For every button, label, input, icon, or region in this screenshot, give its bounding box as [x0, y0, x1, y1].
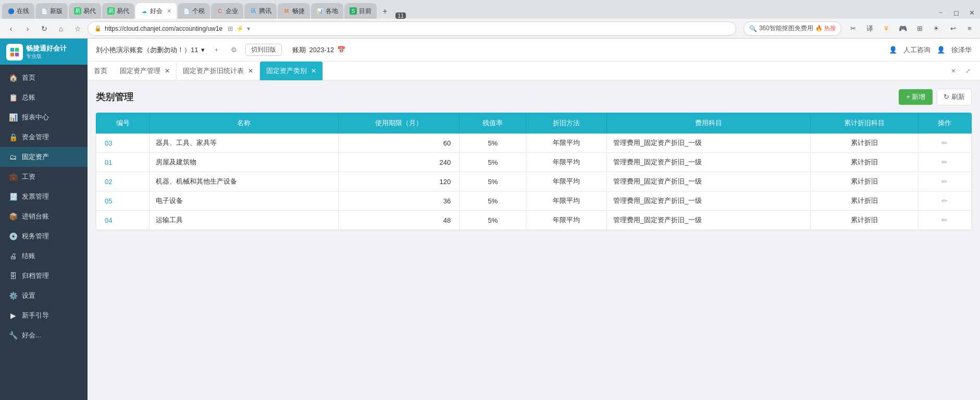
- tab-close-fixed-mgmt[interactable]: ✕: [165, 67, 170, 75]
- sidebar-item-funds[interactable]: 🔒 资金管理: [0, 127, 88, 147]
- sidebar-item-label-funds: 资金管理: [22, 132, 49, 142]
- cut-icon[interactable]: ✂: [847, 22, 859, 35]
- sidebar-item-guide[interactable]: ▶ 新手引导: [0, 306, 88, 325]
- cell-accumulated-3: 累计折旧: [811, 191, 918, 211]
- switch-version-button[interactable]: 切到旧版: [245, 44, 282, 56]
- tab-favicon-new: 📄: [41, 7, 48, 15]
- svg-rect-3: [15, 53, 19, 56]
- tab-favicon-tencent: 讯: [250, 7, 257, 15]
- tab-favicon-online: 🔵: [7, 7, 15, 15]
- th-expense: 费用科目: [606, 113, 811, 134]
- edit-button-3[interactable]: ✏: [941, 197, 948, 205]
- service-label[interactable]: 人工咨询: [903, 45, 931, 55]
- tab-expand-icon[interactable]: ⤢: [962, 65, 974, 77]
- brightness-icon[interactable]: ☀: [930, 22, 942, 35]
- bookmark-button[interactable]: ☆: [71, 22, 84, 35]
- url-dropdown-icon[interactable]: ▾: [247, 25, 250, 32]
- period-value: 2023-12: [309, 46, 334, 54]
- cell-residual-2: 5%: [460, 172, 526, 191]
- home-button[interactable]: ⌂: [54, 22, 68, 35]
- sidebar-item-invoice[interactable]: 🧾 发票管理: [0, 187, 88, 207]
- sidebar-item-archive[interactable]: 🗄 归档管理: [0, 266, 88, 286]
- menu-icon[interactable]: ≡: [963, 22, 976, 35]
- sidebar-item-fixed[interactable]: 🗂 固定资产: [0, 147, 88, 167]
- sidebar-item-settings[interactable]: ⚙️ 设置: [0, 286, 88, 306]
- ledger-icon: 📋: [8, 93, 18, 102]
- reload-button[interactable]: ↻: [38, 22, 51, 35]
- undo-icon[interactable]: ↩: [947, 22, 959, 35]
- cell-accumulated-0: 累计折旧: [811, 134, 918, 153]
- edit-button-4[interactable]: ✏: [941, 216, 948, 224]
- new-tab-button[interactable]: +: [378, 4, 392, 19]
- minimize-icon[interactable]: －: [934, 6, 947, 19]
- sidebar-item-tax[interactable]: 💿 税务管理: [0, 226, 88, 246]
- search-box[interactable]: 🔍 360智能抠图免费用 🔥 热搜: [743, 21, 841, 36]
- grid-icon[interactable]: ⊞: [913, 22, 926, 35]
- calendar-icon[interactable]: 📅: [337, 46, 345, 54]
- company-dropdown-icon[interactable]: ▾: [201, 46, 205, 54]
- table-header-row: 编号 名称 使用期限（月） 残值率 折旧方法 费用科目 累计折旧科目 操作: [96, 113, 972, 134]
- sidebar-item-inventory[interactable]: 📦 进销台账: [0, 207, 88, 226]
- user-name: 徐泽华: [951, 45, 972, 55]
- topbar-plus-icon[interactable]: +: [210, 44, 222, 56]
- reports-icon: 📊: [8, 113, 18, 122]
- cell-expense-4: 管理费用_固定资产折旧_一级: [606, 211, 811, 230]
- tab-close-haohui[interactable]: ✕: [167, 8, 171, 15]
- sidebar-item-salary[interactable]: 💼 工资: [0, 167, 88, 187]
- browser-tab-haohui[interactable]: ☁ 好会 ✕: [135, 3, 177, 19]
- app-wrapper: 畅捷通好会计 专业版 🏠 首页 📋 总账 📊 报表中心 🔒 资金管理: [0, 39, 980, 400]
- tab-home[interactable]: 首页: [94, 62, 114, 80]
- yuan-icon[interactable]: ¥: [880, 22, 892, 35]
- browser-toolbar: ✂ 译 ¥ 🎮 ⊞ ☀ ↩ ≡: [847, 22, 976, 35]
- browser-tab-gesui[interactable]: 📄 个税: [178, 3, 210, 19]
- tab-fixed-mgmt[interactable]: 固定资产管理 ✕: [114, 62, 177, 80]
- browser-tab-yidai2[interactable]: 易 易代: [102, 3, 134, 19]
- refresh-button[interactable]: ↻ 刷新: [937, 89, 972, 105]
- browser-tab-enterprise[interactable]: C 企业: [211, 3, 243, 19]
- table-row: 03 器具、工具、家具等 60 5% 年限平均 管理费用_固定资产折旧_一级 累…: [96, 134, 972, 153]
- add-button[interactable]: + 新增: [899, 89, 933, 105]
- cell-period-2: 120: [338, 172, 459, 191]
- sidebar-item-ledger[interactable]: 📋 总账: [0, 88, 88, 107]
- archive-icon: 🗄: [8, 271, 18, 281]
- browser-tab-yidai1[interactable]: 易 易代: [69, 3, 101, 19]
- cell-code-4: 04: [96, 211, 150, 230]
- tab-home-label: 首页: [94, 66, 107, 76]
- browser-tab-tencent[interactable]: 讯 腾讯: [244, 3, 277, 19]
- tab-label-new: 新版: [50, 7, 63, 16]
- cell-action-4: ✏: [918, 211, 971, 230]
- browser-tab-changjie[interactable]: M 畅捷: [278, 3, 310, 19]
- sidebar-item-reports[interactable]: 📊 报表中心: [0, 107, 88, 127]
- topbar-settings-icon[interactable]: ⚙: [228, 44, 240, 56]
- edit-button-2[interactable]: ✏: [941, 177, 948, 186]
- back-button[interactable]: ‹: [4, 22, 18, 35]
- cell-period-3: 36: [338, 191, 459, 211]
- translate-icon[interactable]: 译: [863, 22, 876, 35]
- browser-tab-online[interactable]: 🔵 在线: [2, 3, 34, 19]
- page-tabs: 首页 固定资产管理 ✕ 固定资产折旧统计表 ✕ 固定资产类别 ✕ ✕ ⤢: [88, 62, 980, 80]
- table-row: 01 房屋及建筑物 240 5% 年限平均 管理费用_固定资产折旧_一级 累计折…: [96, 153, 972, 172]
- tab-fixed-dep[interactable]: 固定资产折旧统计表 ✕: [177, 62, 260, 80]
- tab-fixed-cat[interactable]: 固定资产类别 ✕: [260, 62, 323, 80]
- browser-tab-muqian[interactable]: S 目前: [344, 3, 377, 19]
- sidebar-item-more[interactable]: 🔧 好会...: [0, 325, 88, 345]
- sidebar-item-closing[interactable]: 🖨 结账: [0, 246, 88, 266]
- tab-close-fixed-dep[interactable]: ✕: [248, 67, 253, 75]
- edit-button-1[interactable]: ✏: [941, 158, 948, 166]
- restore-icon[interactable]: ◻: [950, 6, 962, 19]
- forward-button[interactable]: ›: [21, 22, 34, 35]
- sidebar-header: 畅捷通好会计 专业版: [0, 39, 88, 65]
- sidebar-item-home[interactable]: 🏠 首页: [0, 68, 88, 88]
- tab-close-fixed-cat[interactable]: ✕: [311, 67, 316, 75]
- settings-icon: ⚙️: [8, 291, 18, 300]
- funds-icon: 🔒: [8, 132, 18, 142]
- game-icon[interactable]: 🎮: [897, 22, 909, 35]
- edit-button-0[interactable]: ✏: [941, 139, 948, 147]
- url-input[interactable]: 🔒 https://cloud.chanjet.com/accounting/u…: [88, 21, 736, 36]
- tab-label-gedi: 各地: [326, 7, 338, 16]
- tab-minimize-icon[interactable]: ✕: [948, 65, 959, 77]
- close-window-icon[interactable]: ✕: [965, 6, 978, 19]
- browser-tab-gedi[interactable]: 📊 各地: [311, 3, 343, 19]
- tab-favicon-haohui: ☁: [141, 7, 148, 15]
- browser-tab-new[interactable]: 📄 新版: [35, 3, 68, 19]
